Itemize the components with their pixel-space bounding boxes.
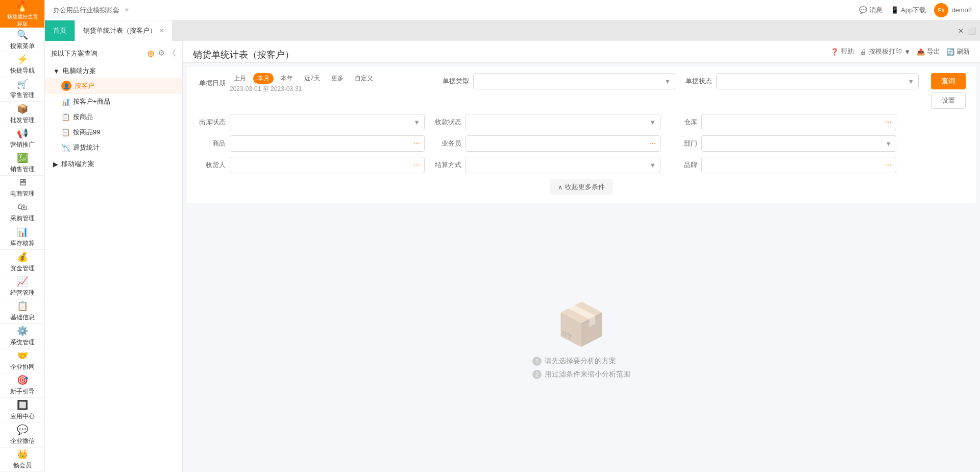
product-select[interactable]: ··· — [230, 135, 425, 152]
maximize-window-icon[interactable]: ⬜ — [968, 27, 976, 35]
mobile-group-toggle[interactable]: ▶ 移动端方案 — [45, 157, 182, 171]
mobile-group-label: 移动端方案 — [61, 159, 94, 169]
app-download-button[interactable]: 📱 App下载 — [891, 6, 926, 15]
department-select[interactable]: ▼ — [701, 135, 896, 152]
close-window-icon[interactable]: ✕ — [958, 27, 964, 35]
sidebar-item-newbie[interactable]: 🎯 新手引导 — [0, 373, 45, 398]
user-area[interactable]: Ea demo2 — [934, 3, 972, 17]
appcenter-icon: 🔲 — [17, 399, 28, 411]
header-left: 办公用品行业模拟账套 ▼ — [53, 6, 130, 15]
date-range: 2023-03-01 至 2023-03-31 — [230, 85, 432, 93]
staff-select[interactable]: ··· — [465, 135, 660, 152]
scheme-item-by-product[interactable]: 📋 按商品 — [45, 109, 182, 125]
sidebar-item-quicknav[interactable]: ⚡ 快捷导航 — [0, 52, 45, 77]
scheme-item-label: 退货统计 — [73, 143, 100, 152]
print-icon: 🖨 — [860, 48, 867, 56]
sidebar-item-finance[interactable]: 💰 资金管理 — [0, 250, 45, 274]
order-status-select[interactable]: ▼ — [716, 73, 919, 89]
date-btn-this-month[interactable]: 本月 — [253, 73, 274, 84]
brand-dots-icon[interactable]: ··· — [885, 160, 892, 170]
date-btn-last-month[interactable]: 上月 — [230, 73, 250, 84]
receiver-select[interactable]: ··· — [230, 157, 425, 173]
sidebar-item-member[interactable]: 👑 畅会员 — [0, 447, 45, 472]
scheme-item-return-stats[interactable]: 📉 退货统计 — [45, 140, 182, 155]
page-title-bar: 销货单统计表（按客户） ❓ 帮助 🖨 按模板打印 ▼ 📤 导出 — [183, 41, 980, 63]
refresh-button[interactable]: 🔄 刷新 — [946, 47, 970, 56]
logo-subtitle: 标版 — [17, 20, 28, 28]
sidebar-item-retail[interactable]: 🛒 零售管理 — [0, 77, 45, 102]
tab-home[interactable]: 首页 — [45, 20, 75, 41]
order-type-select[interactable]: ▼ — [473, 73, 676, 89]
sidebar-item-inventory[interactable]: 📊 库存核算 — [0, 225, 45, 250]
scheme-item-by-customer[interactable]: 👤 按客户 — [45, 78, 182, 94]
sidebar-item-wholesale[interactable]: 📦 批发管理 — [0, 102, 45, 126]
staff-dots-icon[interactable]: ··· — [649, 139, 656, 148]
sidebar-item-sales[interactable]: 💹 销售管理 — [0, 151, 45, 176]
date-label: 单据日期 — [197, 79, 226, 88]
payment-status-select[interactable]: ▼ — [465, 114, 660, 130]
tab-report[interactable]: 销货单统计表（按客户） ✕ — [75, 20, 173, 41]
sidebar-item-system[interactable]: ⚙️ 系统管理 — [0, 324, 45, 348]
warehouse-select[interactable]: ··· — [701, 114, 896, 130]
sidebar-item-appcenter[interactable]: 🔲 应用中心 — [0, 398, 45, 422]
content: 按以下方案查询 ⊕ ⚙ 《 ▼ 电脑端方案 👤 按客户 — [45, 41, 980, 472]
date-btn-last-7days[interactable]: 近7天 — [300, 73, 324, 84]
help-label: 帮助 — [841, 47, 854, 56]
collapse-button[interactable]: ∧ 收起更多条件 — [550, 179, 613, 195]
panel-header: 按以下方案查询 ⊕ ⚙ 《 — [45, 45, 182, 62]
sidebar-item-marketing[interactable]: 📢 营销推广 — [0, 126, 45, 151]
out-status-label: 出库状态 — [197, 117, 226, 127]
scheme-item-by-customer-product[interactable]: 📊 按客户+商品 — [45, 94, 182, 109]
tab-close-icon[interactable]: ✕ — [159, 27, 164, 34]
sidebar-item-wechat[interactable]: 💬 企业微信 — [0, 422, 45, 447]
sidebar-item-cooperation[interactable]: 🤝 企业协同 — [0, 348, 45, 373]
empty-hint-2: 2 用过滤条件来缩小分析范围 — [532, 370, 630, 379]
collapse-panel-icon[interactable]: 《 — [168, 48, 176, 59]
empty-hints: 1 请先选择要分析的方案 2 用过滤条件来缩小分析范围 — [532, 357, 630, 379]
settings-scheme-icon[interactable]: ⚙ — [158, 48, 165, 59]
product-dots-icon[interactable]: ··· — [413, 139, 420, 148]
out-status-select[interactable]: ▼ — [230, 114, 425, 130]
sidebar-item-basic[interactable]: 📋 基础信息 — [0, 299, 45, 324]
sidebar-item-ecommerce[interactable]: 🖥 电商管理 — [0, 176, 45, 200]
breadcrumb: 办公用品行业模拟账套 — [53, 6, 119, 15]
message-button[interactable]: 💬 消息 — [859, 6, 883, 15]
help-button[interactable]: ❓ 帮助 — [830, 47, 854, 56]
desktop-group-toggle[interactable]: ▼ 电脑端方案 — [45, 64, 182, 78]
scheme-active-icon: 👤 — [61, 81, 71, 91]
header-right: 💬 消息 📱 App下载 Ea demo2 — [859, 3, 972, 17]
chart-icon: 📊 — [61, 98, 70, 106]
date-btn-this-year[interactable]: 本年 — [277, 73, 297, 84]
export-button[interactable]: 📤 导出 — [917, 47, 940, 56]
date-btn-more[interactable]: 更多 — [327, 73, 348, 84]
add-scheme-icon[interactable]: ⊕ — [147, 48, 155, 59]
sidebar-item-operation[interactable]: 📈 经营管理 — [0, 274, 45, 299]
logo[interactable]: 🔥 畅捷通好生意 标版 — [0, 0, 45, 28]
receiver-dots-icon[interactable]: ··· — [413, 160, 420, 170]
sidebar-item-search[interactable]: 🔍 搜索菜单 — [0, 28, 45, 52]
logo-icon: 🔥 — [16, 0, 29, 12]
sidebar-item-purchase[interactable]: 🛍 采购管理 — [0, 200, 45, 225]
date-options: 上月 本月 本年 近7天 更多 自定义 — [230, 73, 432, 84]
scheme-item-by-product-99[interactable]: 📋 按商品99 — [45, 125, 182, 140]
print-button[interactable]: 🖨 按模板打印 ▼ — [860, 47, 911, 56]
filter-area: 单据日期 上月 本月 本年 近7天 更多 自定义 2023-03-01 至 20… — [187, 67, 976, 203]
sidebar: 🔥 畅捷通好生意 标版 🔍 搜索菜单 ⚡ 快捷导航 🛒 零售管理 📦 批发管理 … — [0, 0, 45, 472]
home-tab-label: 首页 — [53, 26, 66, 35]
sidebar-item-label: 电商管理 — [10, 190, 35, 198]
empty-illustration: 📦 — [556, 300, 607, 348]
sidebar-item-label: 销售管理 — [10, 165, 35, 174]
date-btn-custom[interactable]: 自定义 — [351, 73, 377, 84]
settlement-select[interactable]: ▼ — [465, 157, 660, 173]
sidebar-item-label: 应用中心 — [10, 412, 35, 421]
sidebar-item-label: 搜索菜单 — [10, 42, 35, 51]
setting-button[interactable]: 设置 — [931, 92, 966, 109]
sidebar-item-label: 采购管理 — [10, 214, 35, 223]
scheme-item-label: 按商品99 — [73, 128, 100, 137]
hint-num-2: 2 — [532, 370, 542, 379]
brand-select[interactable]: ··· — [701, 157, 896, 173]
warehouse-dots-icon[interactable]: ··· — [885, 117, 892, 127]
sidebar-item-label: 快捷导航 — [10, 66, 35, 75]
sidebar-item-label: 零售管理 — [10, 91, 35, 100]
query-button[interactable]: 查询 — [931, 73, 966, 89]
